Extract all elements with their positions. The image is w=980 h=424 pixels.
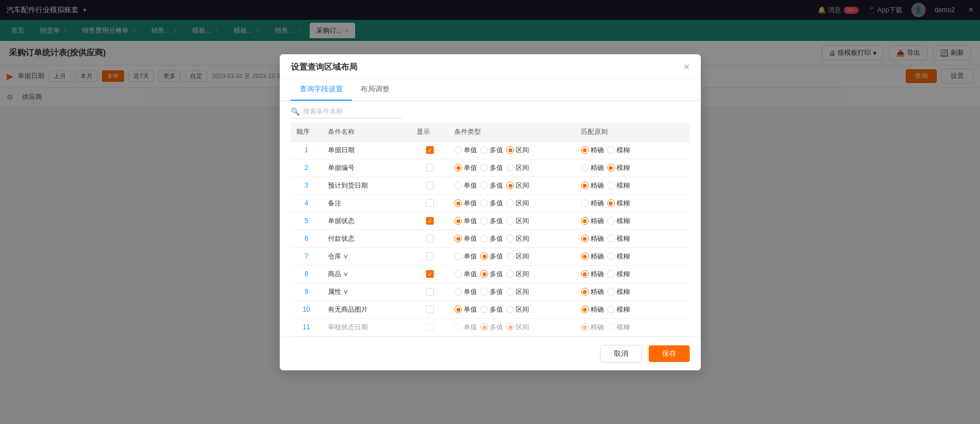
type-radio-type_multi[interactable]: 多值: [480, 216, 503, 226]
type-radio-type_single[interactable]: 单值: [454, 146, 477, 155]
radio-label: 多值: [490, 181, 503, 190]
radio-label: 单值: [464, 305, 477, 314]
type-radio-type_range[interactable]: 区间: [506, 323, 529, 332]
match-radio-match_exact[interactable]: 精确: [581, 199, 604, 208]
display-checkbox[interactable]: [426, 164, 434, 172]
modal-close-btn[interactable]: ×: [684, 62, 690, 72]
type-radio-type_single[interactable]: 单值: [454, 216, 477, 226]
type-radio-group: 单值多值区间: [454, 163, 570, 173]
match-radio-match_fuzzy[interactable]: 模糊: [607, 216, 630, 226]
match-radio-match_fuzzy[interactable]: 模糊: [607, 199, 630, 208]
match-radio-match_exact[interactable]: 精确: [581, 181, 604, 190]
radio-label: 单值: [464, 216, 477, 226]
display-checkbox[interactable]: [426, 217, 434, 225]
match-radio-match_fuzzy[interactable]: 模糊: [607, 323, 630, 332]
type-radio-type_range[interactable]: 区间: [506, 181, 529, 190]
type-radio-type_range[interactable]: 区间: [506, 270, 529, 279]
type-radio-type_multi[interactable]: 多值: [480, 181, 503, 190]
match-radio-match_exact[interactable]: 精确: [581, 287, 604, 297]
radio-dot: [454, 235, 462, 242]
display-checkbox[interactable]: [426, 199, 434, 207]
match-radio-match_fuzzy[interactable]: 模糊: [607, 270, 630, 279]
type-radio-type_range[interactable]: 区间: [506, 216, 529, 226]
type-radio-type_multi[interactable]: 多值: [480, 163, 503, 173]
match-radio-match_fuzzy[interactable]: 模糊: [607, 305, 630, 314]
radio-dot: [454, 217, 462, 225]
row-order: 3: [305, 182, 309, 189]
match-radio-match_fuzzy[interactable]: 模糊: [607, 252, 630, 261]
match-radio-group: 精确模糊: [581, 146, 684, 155]
type-radio-group: 单值多值区间: [454, 216, 570, 226]
match-radio-match_fuzzy[interactable]: 模糊: [607, 181, 630, 190]
type-radio-type_single[interactable]: 单值: [454, 252, 477, 261]
match-radio-match_fuzzy[interactable]: 模糊: [607, 146, 630, 155]
th-match: 匹配原则: [576, 123, 690, 142]
search-input[interactable]: [303, 107, 402, 115]
match-radio-match_exact[interactable]: 精确: [581, 305, 604, 314]
table-row: 5单据状态单值多值区间精确模糊: [291, 212, 690, 230]
match-radio-match_exact[interactable]: 精确: [581, 323, 604, 332]
radio-dot: [506, 252, 514, 260]
table-row: 7仓库 ∨单值多值区间精确模糊: [291, 247, 690, 265]
type-radio-type_single[interactable]: 单值: [454, 305, 477, 314]
radio-label: 精确: [591, 270, 604, 279]
match-radio-match_fuzzy[interactable]: 模糊: [607, 163, 630, 173]
type-radio-type_multi[interactable]: 多值: [480, 252, 503, 261]
match-radio-match_exact[interactable]: 精确: [581, 270, 604, 279]
type-radio-type_range[interactable]: 区间: [506, 146, 529, 155]
type-radio-type_range[interactable]: 区间: [506, 252, 529, 261]
table-row: 1单据日期单值多值区间精确模糊: [291, 141, 690, 159]
type-radio-type_multi[interactable]: 多值: [480, 234, 503, 244]
type-radio-type_range[interactable]: 区间: [506, 287, 529, 297]
match-radio-match_exact[interactable]: 精确: [581, 252, 604, 261]
table-row: 2单据编号单值多值区间精确模糊: [291, 159, 690, 177]
type-radio-type_single[interactable]: 单值: [454, 287, 477, 297]
type-radio-type_multi[interactable]: 多值: [480, 146, 503, 155]
radio-dot: [454, 323, 462, 331]
display-checkbox[interactable]: [426, 182, 434, 189]
display-checkbox[interactable]: [426, 146, 434, 154]
type-radio-type_range[interactable]: 区间: [506, 234, 529, 244]
display-checkbox[interactable]: [426, 288, 434, 296]
type-radio-type_multi[interactable]: 多值: [480, 323, 503, 332]
type-radio-type_single[interactable]: 单值: [454, 199, 477, 208]
type-radio-type_multi[interactable]: 多值: [480, 305, 503, 314]
type-radio-type_single[interactable]: 单值: [454, 270, 477, 279]
radio-label: 模糊: [617, 146, 630, 155]
match-radio-match_fuzzy[interactable]: 模糊: [607, 287, 630, 297]
display-checkbox[interactable]: [426, 323, 434, 331]
type-radio-type_single[interactable]: 单值: [454, 234, 477, 244]
type-radio-type_multi[interactable]: 多值: [480, 287, 503, 297]
type-radio-type_multi[interactable]: 多值: [480, 270, 503, 279]
display-checkbox[interactable]: [426, 270, 434, 278]
display-checkbox[interactable]: [426, 306, 434, 313]
type-radio-type_range[interactable]: 区间: [506, 199, 529, 208]
match-radio-match_exact[interactable]: 精确: [581, 163, 604, 173]
type-radio-type_range[interactable]: 区间: [506, 163, 529, 173]
display-checkbox[interactable]: [426, 252, 434, 260]
radio-label: 区间: [516, 163, 529, 173]
type-radio-type_multi[interactable]: 多值: [480, 199, 503, 208]
type-radio-type_single[interactable]: 单值: [454, 323, 477, 332]
radio-label: 精确: [591, 146, 604, 155]
display-checkbox[interactable]: [426, 235, 434, 242]
type-radio-type_range[interactable]: 区间: [506, 305, 529, 314]
radio-dot: [607, 288, 615, 296]
match-radio-match_exact[interactable]: 精确: [581, 216, 604, 226]
save-btn[interactable]: 保存: [649, 345, 690, 362]
match-radio-match_exact[interactable]: 精确: [581, 146, 604, 155]
match-radio-group: 精确模糊: [581, 181, 684, 190]
tab-layout-adjust[interactable]: 布局调整: [352, 79, 398, 101]
type-radio-type_single[interactable]: 单值: [454, 181, 477, 190]
th-type: 条件类型: [449, 123, 576, 142]
radio-dot: [607, 164, 615, 172]
th-name: 条件名称: [322, 123, 411, 142]
match-radio-match_exact[interactable]: 精确: [581, 234, 604, 244]
type-radio-type_single[interactable]: 单值: [454, 163, 477, 173]
radio-label: 精确: [591, 305, 604, 314]
table-row: 11审核状态日期单值多值区间精确模糊: [291, 318, 690, 336]
tab-query-settings[interactable]: 查询字段设置: [291, 79, 352, 101]
cancel-btn[interactable]: 取消: [600, 345, 642, 363]
match-radio-match_fuzzy[interactable]: 模糊: [607, 234, 630, 244]
modal-header: 设置查询区域布局 ×: [280, 54, 701, 79]
